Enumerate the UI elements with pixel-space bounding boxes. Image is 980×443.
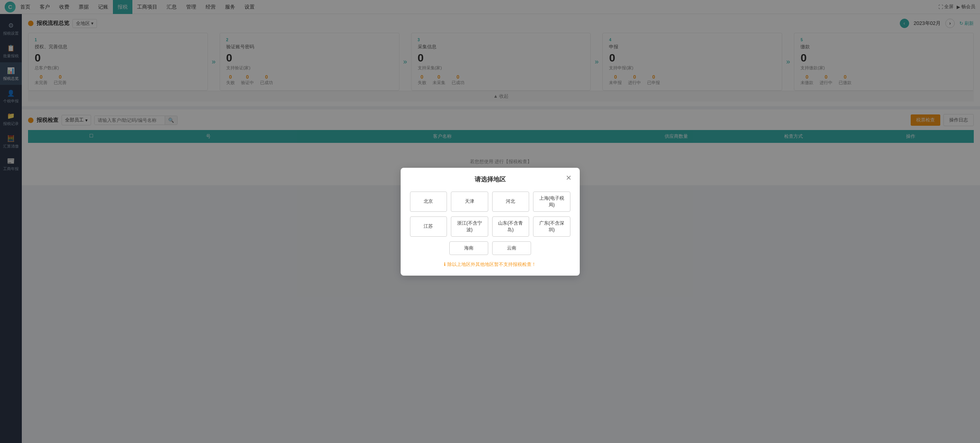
region-btn-shanghai[interactable]: 上海(电子税局) bbox=[533, 192, 570, 212]
region-row-3: 海南 云南 bbox=[410, 241, 570, 255]
region-btn-beijing[interactable]: 北京 bbox=[410, 192, 447, 212]
modal-title: 请选择地区 bbox=[401, 168, 580, 188]
region-btn-yunnan[interactable]: 云南 bbox=[492, 241, 531, 255]
region-select-modal: 请选择地区 ✕ 北京 天津 河北 上海(电子税局) 江苏 浙江(不含宁波) 山东… bbox=[401, 168, 580, 276]
region-btn-shandong[interactable]: 山东(不含青岛) bbox=[492, 216, 530, 237]
region-row-2: 江苏 浙江(不含宁波) 山东(不含青岛) 广东(不含深圳) bbox=[410, 216, 570, 237]
modal-overlay[interactable]: 请选择地区 ✕ 北京 天津 河北 上海(电子税局) 江苏 浙江(不含宁波) 山东… bbox=[0, 0, 980, 443]
warning-icon: ℹ bbox=[444, 262, 446, 267]
region-row-1: 北京 天津 河北 上海(电子税局) bbox=[410, 192, 570, 212]
region-btn-tianjin[interactable]: 天津 bbox=[451, 192, 488, 212]
modal-close-button[interactable]: ✕ bbox=[564, 173, 574, 183]
modal-warning: ℹ 除以上地区外其他地区暂不支持报税检查！ bbox=[410, 261, 570, 268]
region-btn-hainan[interactable]: 海南 bbox=[449, 241, 488, 255]
region-btn-hebei[interactable]: 河北 bbox=[492, 192, 530, 212]
region-btn-guangdong[interactable]: 广东(不含深圳) bbox=[533, 216, 570, 237]
warning-text: 除以上地区外其他地区暂不支持报税检查！ bbox=[447, 261, 536, 268]
region-btn-jiangsu[interactable]: 江苏 bbox=[410, 216, 447, 237]
region-btn-zhejiang[interactable]: 浙江(不含宁波) bbox=[451, 216, 488, 237]
modal-body: 北京 天津 河北 上海(电子税局) 江苏 浙江(不含宁波) 山东(不含青岛) 广… bbox=[401, 188, 580, 276]
